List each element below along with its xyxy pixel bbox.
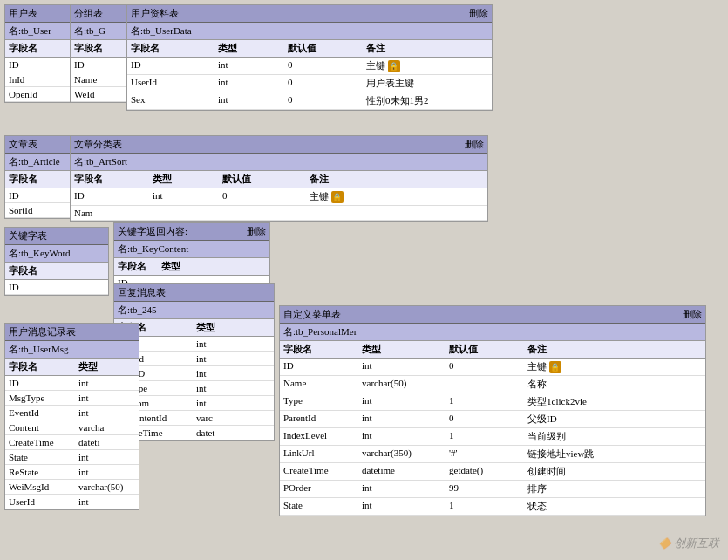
table-row: ID int 0 主键 🔒 xyxy=(127,58,492,75)
keycontent-col-type: 类型 xyxy=(160,259,203,274)
cell-type xyxy=(151,207,221,219)
personalmenu-table-title: 自定义菜单表 xyxy=(283,308,341,321)
usermsg-table-name-row: 名:tb_UserMsg xyxy=(5,341,139,359)
userdata-col-note: 备注 xyxy=(364,41,490,56)
cell-type: int xyxy=(194,382,272,394)
keyword-col-fieldname: 字段名 xyxy=(7,263,106,278)
cell-type: varc xyxy=(194,412,272,424)
table-row: State int xyxy=(5,450,139,465)
cell-type: int xyxy=(77,392,137,404)
table-row: ID int xyxy=(5,376,139,391)
lock-icon: 🔒 xyxy=(388,60,400,72)
cell-type: int xyxy=(151,189,221,204)
usermsg-table-header: 用户消息记录表 xyxy=(5,324,139,341)
personalmenu-table-name-row: 名:tb_PersonalMer xyxy=(280,324,705,341)
table-row: EventId int xyxy=(5,406,139,420)
table-row: MsgType int xyxy=(5,391,139,406)
cell-type: int xyxy=(216,76,286,91)
cell-fieldname: Type xyxy=(282,394,360,409)
reply-table-name-row: 名:tb_245 xyxy=(114,302,274,319)
keyword-table-name: 名:tb_KeyWord xyxy=(9,247,71,260)
cell-default: '#' xyxy=(447,447,526,461)
cell-fieldname: LinkUrl xyxy=(282,447,360,461)
usermsg-col-fieldname: 字段名 xyxy=(7,359,77,374)
table-row: CreateTime dateti xyxy=(5,435,139,450)
keycontent-table-title: 关键字返回内容: xyxy=(118,225,187,238)
pm-col-default: 默认值 xyxy=(447,342,526,357)
cell-type: int xyxy=(194,338,272,350)
artsort-col-default: 默认值 xyxy=(221,172,308,187)
personalmenu-delete-btn[interactable]: 删除 xyxy=(683,308,702,321)
usermsg-col-headers: 字段名 类型 xyxy=(5,359,139,376)
keyword-table-header: 关键字表 xyxy=(5,228,108,245)
table-row: ID int 0 主键 🔒 xyxy=(71,188,487,206)
cell-fieldname: ReState xyxy=(7,466,77,478)
cell-default xyxy=(447,377,526,392)
cell-type: int xyxy=(194,352,272,365)
cell-note: 用户表主键 xyxy=(364,76,490,91)
cell-note: 创建时间 xyxy=(526,464,704,479)
watermark: 🔶 创新互联 xyxy=(658,536,719,551)
cell-fieldname: ID xyxy=(282,359,360,374)
cell-fieldname: Content xyxy=(7,421,77,434)
usermsg-table-title: 用户消息记录表 xyxy=(9,325,76,338)
artsort-table-name: 名:tb_ArtSort xyxy=(74,155,127,168)
artsort-col-fieldname: 字段名 xyxy=(72,172,151,187)
artsort-table-name-row: 名:tb_ArtSort xyxy=(71,154,487,171)
cell-note: 主键 🔒 xyxy=(526,359,704,374)
usermsg-col-type: 类型 xyxy=(77,359,137,374)
cell-fieldname: MsgType xyxy=(7,392,77,404)
personalmenu-table: 自定义菜单表 删除 名:tb_PersonalMer 字段名 类型 默认值 备注… xyxy=(279,305,706,516)
userdata-table-name-row: 名:tb_UserData xyxy=(127,23,492,40)
cell-fieldname: Sex xyxy=(129,93,216,108)
cell-type: int xyxy=(194,397,272,409)
table-row: WeiMsgId varchar(50) xyxy=(5,480,139,495)
cell-fieldname: UserId xyxy=(129,76,216,91)
table-row: Content varcha xyxy=(5,420,139,435)
cell-type: varchar(50) xyxy=(360,377,447,392)
userdata-delete-btn[interactable]: 删除 xyxy=(469,7,488,20)
artsort-table: 文章分类表 删除 名:tb_ArtSort 字段名 类型 默认值 备注 ID i… xyxy=(70,135,488,222)
keyword-field-id: ID xyxy=(7,281,106,293)
lock-icon: 🔒 xyxy=(331,191,344,203)
cell-fieldname: State xyxy=(282,499,360,514)
group-table-title: 分组表 xyxy=(74,7,103,20)
artsort-col-type: 类型 xyxy=(151,172,221,187)
cell-note: 排序 xyxy=(526,481,704,496)
cell-note: 主键 🔒 xyxy=(308,189,486,204)
cell-note: 父级ID xyxy=(526,412,704,427)
cell-note: 当前级别 xyxy=(526,429,704,444)
table-row: State int 1 状态 xyxy=(280,498,705,516)
cell-type: datetime xyxy=(360,464,447,479)
userdata-table-header: 用户资料表 删除 xyxy=(127,5,492,23)
keycontent-table-name: 名:tb_KeyContent xyxy=(118,242,188,256)
cell-default: 1 xyxy=(447,429,526,444)
keycontent-col-note xyxy=(203,259,268,274)
table-row: ID xyxy=(5,280,108,295)
table-row: UserId int xyxy=(5,495,139,509)
cell-note: 状态 xyxy=(526,499,704,514)
cell-type: varchar(350) xyxy=(360,447,447,461)
usermsg-table-name: 名:tb_UserMsg xyxy=(9,343,68,356)
cell-fieldname: ID xyxy=(72,189,151,204)
watermark-text: 创新互联 xyxy=(674,536,719,550)
lock-icon: 🔒 xyxy=(549,361,561,373)
keycontent-delete-btn[interactable]: 删除 xyxy=(247,225,266,238)
cell-fieldname: Nam xyxy=(72,207,151,219)
cell-fieldname: EventId xyxy=(7,406,77,419)
keyword-col-headers: 字段名 xyxy=(5,263,108,280)
userdata-col-headers: 字段名 类型 默认值 备注 xyxy=(127,40,492,58)
keycontent-table: 关键字返回内容: 删除 名:tb_KeyContent 字段名 类型 ID xyxy=(113,222,270,291)
cell-type: int xyxy=(216,93,286,108)
artsort-col-headers: 字段名 类型 默认值 备注 xyxy=(71,171,487,188)
cell-type: int xyxy=(77,451,137,463)
cell-fieldname: Name xyxy=(282,377,360,392)
table-row: Sex int 0 性别0未知1男2 xyxy=(127,92,492,110)
cell-note: 类型1click2vie xyxy=(526,394,704,409)
personalmenu-table-header: 自定义菜单表 删除 xyxy=(280,306,705,324)
cell-fieldname: IndexLevel xyxy=(282,429,360,444)
table-row: LinkUrl varchar(350) '#' 链接地址view跳 xyxy=(280,446,705,463)
cell-note: 链接地址view跳 xyxy=(526,447,704,461)
artsort-delete-btn[interactable]: 删除 xyxy=(465,138,484,151)
cell-fieldname: ParentId xyxy=(282,412,360,427)
